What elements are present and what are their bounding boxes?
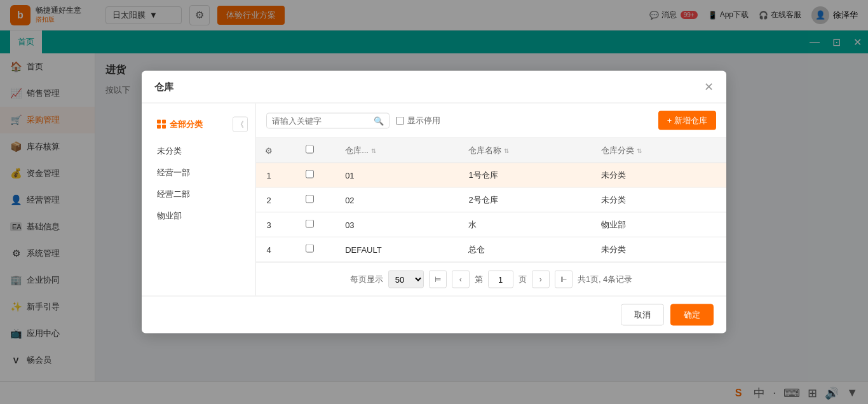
modal-toolbar: 🔍 显示停用 + 新增仓库	[256, 104, 726, 138]
grid-icon	[157, 120, 166, 129]
category-item-ops2[interactable]: 经营二部	[142, 184, 255, 205]
warehouse-table: ⚙ 仓库... ⇅ 仓库名称 ⇅	[256, 138, 726, 262]
row-name: 总仓	[461, 237, 593, 262]
gear-icon: ⚙	[265, 145, 273, 155]
category-header: 全部分类 《	[142, 109, 255, 140]
cancel-button[interactable]: 取消	[621, 304, 664, 326]
row-checkbox-cell[interactable]	[281, 163, 337, 187]
select-all-checkbox[interactable]	[306, 145, 314, 154]
row-index: 2	[256, 187, 281, 212]
table-row[interactable]: 2 02 2号仓库 未分类	[256, 187, 726, 212]
modal-footer: 取消 确定	[142, 296, 726, 333]
per-page-select[interactable]: 50 10 20 100	[388, 271, 424, 288]
th-code: 仓库... ⇅	[337, 138, 461, 163]
row-category: 未分类	[593, 237, 726, 262]
category-all-item[interactable]: 全部分类	[149, 114, 210, 135]
add-warehouse-button[interactable]: + 新增仓库	[658, 111, 716, 130]
modal-body: 全部分类 《 未分类 经营一部 经营二部 物业部 🔍 显示	[142, 104, 726, 296]
row-code: 02	[337, 187, 461, 212]
search-input[interactable]	[272, 116, 374, 125]
modal-main-area: 🔍 显示停用 + 新增仓库 ⚙	[256, 104, 726, 296]
sort-name-icon[interactable]: ⇅	[504, 147, 509, 154]
th-checkbox	[281, 138, 337, 163]
search-box[interactable]: 🔍	[266, 112, 390, 128]
warehouse-modal: 仓库 ✕ 全部分类 《 未分类 经营一部 经营二部 物业	[142, 71, 726, 333]
row-index: 1	[256, 163, 281, 187]
table-row[interactable]: 4 DEFAULT 总仓 未分类	[256, 237, 726, 262]
row-index: 3	[256, 212, 281, 237]
row-checkbox[interactable]	[306, 220, 314, 228]
row-checkbox-cell[interactable]	[281, 212, 337, 237]
page-label: 第	[475, 274, 483, 285]
page-number-input[interactable]	[488, 271, 513, 288]
th-gear: ⚙	[256, 138, 281, 163]
table-row[interactable]: 1 01 1号仓库 未分类	[256, 163, 726, 187]
category-item-property[interactable]: 物业部	[142, 205, 255, 227]
row-checkbox-cell[interactable]	[281, 237, 337, 262]
sort-category-icon[interactable]: ⇅	[637, 147, 642, 154]
collapse-sidebar-button[interactable]: 《	[233, 117, 248, 132]
category-item-uncategorized[interactable]: 未分类	[142, 140, 255, 162]
th-category: 仓库分类 ⇅	[593, 138, 726, 163]
row-name: 水	[461, 212, 593, 237]
row-code: DEFAULT	[337, 237, 461, 262]
show-disabled-checkbox[interactable]: 显示停用	[396, 115, 440, 126]
modal-toolbar-left: 🔍 显示停用	[266, 112, 440, 128]
warehouse-table-wrap: ⚙ 仓库... ⇅ 仓库名称 ⇅	[256, 138, 726, 262]
per-page-label: 每页显示	[350, 274, 383, 285]
sort-code-icon[interactable]: ⇅	[371, 147, 376, 154]
category-item-ops1[interactable]: 经营一部	[142, 162, 255, 184]
table-row[interactable]: 3 03 水 物业部	[256, 212, 726, 237]
row-category: 未分类	[593, 163, 726, 187]
pagination-summary: 共1页, 4条记录	[578, 274, 633, 285]
search-icon[interactable]: 🔍	[374, 116, 384, 125]
first-page-button[interactable]: ⊨	[429, 271, 447, 288]
last-page-button[interactable]: ⊩	[555, 271, 573, 288]
page-unit: 页	[519, 274, 527, 285]
modal-header: 仓库 ✕	[142, 71, 726, 104]
th-name: 仓库名称 ⇅	[461, 138, 593, 163]
row-category: 未分类	[593, 187, 726, 212]
confirm-button[interactable]: 确定	[670, 304, 714, 326]
modal-category-sidebar: 全部分类 《 未分类 经营一部 经营二部 物业部	[142, 104, 256, 296]
modal-title: 仓库	[154, 81, 173, 93]
modal-close-button[interactable]: ✕	[704, 80, 714, 94]
row-checkbox-cell[interactable]	[281, 187, 337, 212]
row-name: 2号仓库	[461, 187, 593, 212]
row-code: 03	[337, 212, 461, 237]
row-index: 4	[256, 237, 281, 262]
show-disabled-check[interactable]	[396, 116, 404, 125]
pagination: 每页显示 50 10 20 100 ⊨ ‹ 第 页 › ⊩ 共1页, 4条记录	[256, 262, 726, 296]
table-header-row: ⚙ 仓库... ⇅ 仓库名称 ⇅	[256, 138, 726, 163]
prev-page-button[interactable]: ‹	[452, 271, 470, 288]
row-category: 物业部	[593, 212, 726, 237]
row-code: 01	[337, 163, 461, 187]
row-checkbox[interactable]	[306, 195, 314, 203]
row-name: 1号仓库	[461, 163, 593, 187]
row-checkbox[interactable]	[306, 170, 314, 178]
next-page-button[interactable]: ›	[532, 271, 550, 288]
row-checkbox[interactable]	[306, 245, 314, 253]
